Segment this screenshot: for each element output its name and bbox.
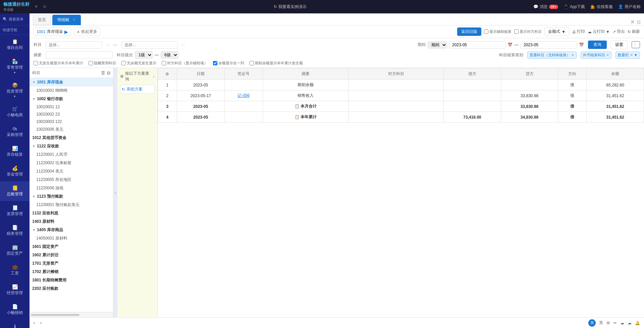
tree-node-1601[interactable]: 1601 固定资产 bbox=[30, 243, 113, 251]
tree-node-10020003[interactable]: 10020003 122 bbox=[30, 118, 113, 125]
tab-restore-icon[interactable]: ⊡ bbox=[637, 19, 641, 25]
refresh-btn[interactable]: ↻ 刷新 bbox=[628, 29, 640, 35]
period-type-select[interactable]: 期间 bbox=[428, 41, 447, 49]
subject-input[interactable] bbox=[46, 41, 102, 49]
tab-close-icon[interactable]: ✕ bbox=[72, 17, 76, 22]
sidebar-item-tax[interactable]: 📑 税务管理 bbox=[0, 221, 30, 241]
sidebar-quick-nav[interactable]: 快捷导航 bbox=[0, 25, 30, 35]
checkbox-no-balance[interactable]: 无余额无发生显示 bbox=[121, 61, 156, 66]
notification-btn[interactable]: 💬 消息 99+ bbox=[533, 4, 558, 10]
sidebar-item-wholesale[interactable]: 📦 批发管理 ▼ bbox=[0, 78, 30, 102]
sidebar-item-invoice[interactable]: 🧾 发票管理 bbox=[0, 201, 30, 221]
more-options-btn[interactable]: ∧ 收起更多 bbox=[74, 27, 100, 36]
tree-node-1801[interactable]: 1801 长期待摊费用 bbox=[30, 276, 113, 284]
cloud2-icon[interactable]: ☁ bbox=[628, 321, 632, 325]
sidebar-item-ledger[interactable]: 📒 总账管理 bbox=[0, 181, 30, 201]
tab-close-window-icon[interactable]: ✕ bbox=[630, 19, 635, 25]
export-btn[interactable]: ↗ 导出 bbox=[612, 29, 625, 35]
checkbox-counter-sub[interactable]: 对方科目（显示辅助项） bbox=[162, 61, 208, 66]
lang-switch-icon[interactable]: 英 bbox=[599, 320, 603, 326]
sidebar-item-purchase[interactable]: 🛍 采购管理 bbox=[0, 122, 30, 142]
tree-node-1405[interactable]: ▼ 1405 库存商品 bbox=[30, 226, 113, 234]
tree-node-11220006[interactable]: 11220006 游戏 bbox=[30, 184, 113, 192]
app-download-btn[interactable]: 📱 App下载 bbox=[564, 4, 585, 10]
checkbox-no-occur[interactable]: 无发生额显示本月本年累计 bbox=[34, 61, 83, 66]
tag-close-icon3[interactable]: ✕ bbox=[630, 53, 633, 57]
style-selector-btn[interactable]: 金额式 ▼ bbox=[544, 27, 569, 36]
settings-icon[interactable]: ⚙ bbox=[43, 4, 47, 9]
th-voucher[interactable]: 凭证号 bbox=[224, 68, 263, 80]
account-selector[interactable]: 1001 库存现金 ▶ bbox=[34, 27, 71, 36]
tree-node-1602[interactable]: 1602 累计折旧 bbox=[30, 251, 113, 259]
tree-node-1702[interactable]: 1702 累计摊销 bbox=[30, 268, 113, 276]
notification-icon2[interactable]: 🔔 bbox=[635, 321, 640, 325]
collapse-filter-btn[interactable]: 〉 bbox=[632, 41, 640, 48]
query-scheme-btn[interactable]: ↻ 系统方案 bbox=[120, 85, 155, 94]
summary-input[interactable] bbox=[46, 51, 113, 59]
period-start-input[interactable] bbox=[449, 41, 505, 49]
online-service-btn[interactable]: 💁 在线客服 bbox=[590, 4, 613, 10]
sidebar-item-inventory[interactable]: 📊 库存核算 bbox=[0, 142, 30, 161]
tree-node-1002[interactable]: ▼ 1002 银行存款 bbox=[30, 95, 113, 103]
tree-hscroll-thumb[interactable] bbox=[31, 314, 79, 316]
return-old-btn[interactable]: 返回旧版 bbox=[457, 27, 481, 36]
tree-node-1122[interactable]: ▼ 1122 应收款 bbox=[30, 142, 113, 150]
tree-node-14050001[interactable]: 14050001 原材料 bbox=[30, 234, 113, 243]
demo-link[interactable]: ↻ 我要看实例演示 bbox=[274, 4, 307, 10]
tree-expand-icon[interactable]: ⊡ bbox=[107, 71, 110, 75]
tree-node-1123[interactable]: ▼ 1123 预付账款 bbox=[30, 192, 113, 201]
scroll-left-icon[interactable]: ‹ bbox=[34, 321, 35, 325]
sidebar-item-ecommerce[interactable]: 🛒 小畅电商 bbox=[0, 102, 30, 122]
checkbox-hide-disabled[interactable]: 隐藏禁用科目 bbox=[89, 61, 116, 66]
tree-node-2202[interactable]: 2202 应付账款 bbox=[30, 284, 113, 293]
tree-node-1012[interactable]: 1012 其他货币资金 bbox=[30, 134, 113, 142]
sidebar-item-base[interactable]: ℹ 基础信息 bbox=[0, 320, 30, 328]
tree-node-1403[interactable]: 1403 原材料 bbox=[30, 217, 113, 226]
sidebar-item-capital[interactable]: 💰 资金管理 bbox=[0, 161, 30, 181]
sidebar-item-report[interactable]: 📄 小畅报销 bbox=[0, 300, 30, 320]
query-panel-collapse-icon[interactable]: ‹ bbox=[153, 74, 155, 79]
th-balance[interactable]: 余额 bbox=[587, 68, 644, 80]
show-counter-checkbox[interactable]: 显示对方科目 bbox=[514, 29, 542, 34]
tag-quantity[interactable]: 数量栏 ✕ ▼ bbox=[615, 52, 640, 59]
checkbox-initial-balance[interactable]: 期初余额显示本年累计发生额 bbox=[250, 61, 303, 66]
sidebar-item-salary[interactable]: 💼 工资 bbox=[0, 260, 30, 280]
cloud-icon[interactable]: ☁ bbox=[620, 321, 624, 325]
scroll-right-icon[interactable]: › bbox=[40, 321, 42, 325]
sidebar-item-retail[interactable]: 🏪 零售管理 ▼ bbox=[0, 55, 30, 78]
th-date[interactable]: 日期 bbox=[177, 68, 224, 80]
level-from-select[interactable]: 1级 bbox=[135, 51, 153, 59]
sidebar-item-assets[interactable]: 🏢 固定资产 bbox=[0, 241, 30, 260]
lang-btn[interactable]: 英 bbox=[588, 319, 596, 327]
tag-foreign-currency[interactable]: 外币核算科目 ✕ bbox=[581, 52, 611, 59]
tree-node-11220004[interactable]: 11220004 美元 bbox=[30, 167, 113, 176]
tree-hscroll[interactable] bbox=[30, 312, 113, 317]
edit-icon[interactable]: ✏ bbox=[613, 321, 617, 325]
tree-node-11220005[interactable]: 11220005 所在地区 bbox=[30, 176, 113, 184]
th-summary[interactable]: 摘要 bbox=[263, 68, 348, 80]
th-settings[interactable]: ⚙ bbox=[158, 68, 177, 80]
settings-icon3[interactable]: ⚙ bbox=[606, 321, 610, 325]
tag-close-icon2[interactable]: ✕ bbox=[606, 53, 609, 57]
tree-node-10010001[interactable]: 10010001 哟哟哟 bbox=[30, 86, 113, 95]
tree-node-1701[interactable]: 1701 无形资产 bbox=[30, 259, 113, 268]
tree-node-10020006[interactable]: 10020006 美元 bbox=[30, 125, 113, 134]
period-end-input[interactable] bbox=[521, 41, 577, 49]
query-btn[interactable]: 查询 bbox=[588, 41, 607, 49]
subject-input2[interactable] bbox=[121, 41, 178, 49]
level-to-select[interactable]: 6级 bbox=[161, 51, 178, 59]
sidebar-item-biz[interactable]: 📈 经营管理 bbox=[0, 280, 30, 300]
sidebar-search[interactable]: 🔍 搜索菜单 bbox=[0, 13, 30, 25]
show-helper-checkbox[interactable]: 显示辅助核算 bbox=[484, 29, 512, 34]
tag-close-icon[interactable]: ✕ bbox=[571, 53, 574, 57]
tab-detail[interactable]: 明细账 ✕ bbox=[52, 15, 81, 25]
th-counter[interactable]: 对方科目 bbox=[348, 68, 444, 80]
tree-node-1132[interactable]: 1132 应收利息 bbox=[30, 209, 113, 217]
cloud-print-btn[interactable]: ☁ 云打印 ▼ bbox=[588, 29, 610, 35]
checkbox-balance-col[interactable]: 余额显示在一列 bbox=[213, 61, 244, 66]
tree-node-11230001[interactable]: 11230001 预付账款美元 bbox=[30, 201, 113, 209]
th-direction[interactable]: 方向 bbox=[558, 68, 587, 80]
tree-list-icon[interactable]: ☰ bbox=[101, 71, 105, 75]
settings-btn[interactable]: 设置 bbox=[611, 40, 628, 49]
tree-node-10020002[interactable]: 10020002 23 bbox=[30, 111, 113, 118]
